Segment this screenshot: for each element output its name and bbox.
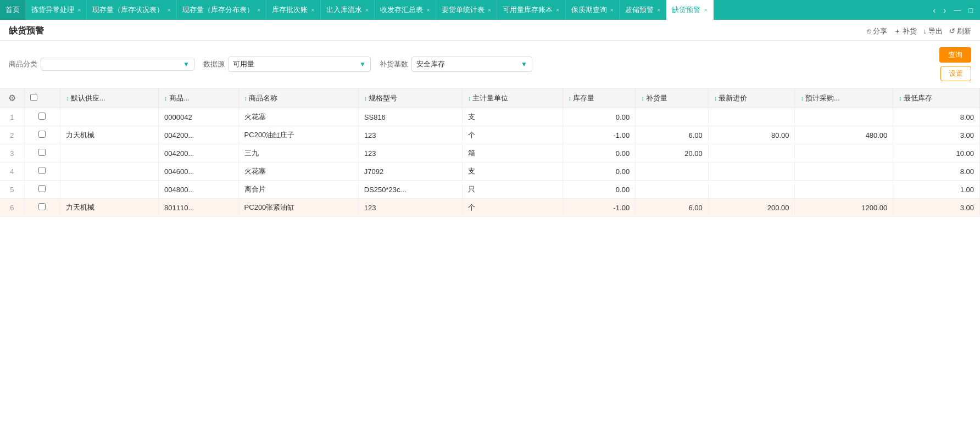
col-header-min_stock[interactable]: ↕最低库存 xyxy=(893,88,980,108)
nav-item[interactable]: 现存量（库存分布表）× xyxy=(177,0,266,20)
row-checkbox[interactable] xyxy=(38,203,46,210)
cell-stock: 0.00 xyxy=(563,163,636,181)
row-checkbox-cell[interactable] xyxy=(24,163,60,181)
col-header-stock[interactable]: ↕库存量 xyxy=(563,88,636,108)
cell-supplier: 力天机械 xyxy=(60,126,159,144)
nav-item[interactable]: 库存批次账× xyxy=(266,0,320,20)
close-icon[interactable]: × xyxy=(77,7,81,13)
close-icon[interactable]: × xyxy=(610,7,614,13)
cell-stock: 0.00 xyxy=(563,144,636,163)
nav-item[interactable]: 首页 xyxy=(0,0,26,20)
share-button[interactable]: ⎋ 分享 xyxy=(867,26,887,36)
nav-minimize-button[interactable]: — xyxy=(951,5,964,15)
cell-est_purchase: 480.00 xyxy=(795,126,893,144)
nav-item[interactable]: 要货单统计表× xyxy=(436,0,497,20)
cell-replenish xyxy=(636,163,709,181)
row-checkbox-cell[interactable] xyxy=(24,126,60,144)
column-settings-button[interactable]: ⚙ xyxy=(8,93,16,103)
select-all-checkbox[interactable] xyxy=(30,94,37,101)
export-icon: ↓ xyxy=(923,27,927,35)
nav-item[interactable]: 收发存汇总表× xyxy=(375,0,436,20)
nav-next-button[interactable]: › xyxy=(940,4,949,16)
cell-name: 火花塞 xyxy=(238,108,358,126)
cell-spec: 123 xyxy=(358,199,462,217)
close-icon[interactable]: × xyxy=(426,7,430,13)
cell-spec: J7092 xyxy=(358,163,462,181)
row-number: 1 xyxy=(0,108,24,126)
cell-spec: 123 xyxy=(358,144,462,163)
nav-prev-button[interactable]: ‹ xyxy=(930,4,938,16)
col-header-code[interactable]: ↕商品... xyxy=(159,88,239,108)
nav-item[interactable]: 超储预警× xyxy=(620,0,666,20)
col-header-replenish[interactable]: ↕补货量 xyxy=(636,88,709,108)
cell-unit: 个 xyxy=(462,126,563,144)
datasource-select[interactable]: 可用量 ▼ xyxy=(228,57,371,72)
row-checkbox-cell[interactable] xyxy=(24,108,60,126)
page-header: 缺货预警 ⎋ 分享 ＋ 补货 ↓ 导出 ↺ 刷新 xyxy=(0,20,980,41)
query-button[interactable]: 查询 xyxy=(939,47,971,63)
settings-button[interactable]: 设置 xyxy=(940,66,971,81)
cell-latest_price xyxy=(708,108,795,126)
row-checkbox[interactable] xyxy=(38,185,46,192)
refresh-button[interactable]: ↺ 刷新 xyxy=(949,26,971,36)
col-header-est_purchase[interactable]: ↕预计采购... xyxy=(795,88,893,108)
cell-est_purchase xyxy=(795,108,893,126)
table-row: 2力天机械004200...PC200油缸庄子123个-1.006.0080.0… xyxy=(0,126,980,144)
col-header-spec[interactable]: ↕规格型号 xyxy=(358,88,462,108)
cell-est_purchase: 1200.00 xyxy=(795,199,893,217)
datasource-label: 数据源 xyxy=(203,59,225,69)
sort-icon: ↕ xyxy=(364,95,368,102)
close-icon[interactable]: × xyxy=(257,7,260,13)
row-checkbox[interactable] xyxy=(38,113,46,120)
cell-min_stock: 3.00 xyxy=(893,126,980,144)
row-checkbox-cell[interactable] xyxy=(24,199,60,217)
page-title: 缺货预警 xyxy=(9,25,44,37)
row-checkbox-cell[interactable] xyxy=(24,144,60,163)
cell-name: PC200张紧油缸 xyxy=(238,199,358,217)
close-icon[interactable]: × xyxy=(704,7,707,13)
table-row: 4004600...火花塞J7092支0.008.00 xyxy=(0,163,980,181)
nav-item[interactable]: 现存量（库存状况表）× xyxy=(87,0,176,20)
replenish-base-dropdown-icon: ▼ xyxy=(521,60,527,68)
cell-replenish xyxy=(636,181,709,199)
close-icon[interactable]: × xyxy=(311,7,314,13)
data-table: ⚙↕默认供应...↕商品...↕商品名称↕规格型号↕主计量单位↕库存量↕补货量↕… xyxy=(0,88,980,217)
close-icon[interactable]: × xyxy=(167,7,170,13)
replenish-base-select[interactable]: 安全库存 ▼ xyxy=(411,57,532,72)
nav-maximize-button[interactable]: □ xyxy=(966,5,976,15)
close-icon[interactable]: × xyxy=(657,7,660,13)
nav-item[interactable]: 保质期查询× xyxy=(566,0,620,20)
cell-unit: 只 xyxy=(462,181,563,199)
table-row: 3004200...三九123箱0.0020.0010.00 xyxy=(0,144,980,163)
nav-item[interactable]: 出入库流水× xyxy=(321,0,375,20)
sort-icon: ↕ xyxy=(714,95,717,102)
nav-item[interactable]: 缺货预警× xyxy=(666,0,713,20)
col-header-supplier[interactable]: ↕默认供应... xyxy=(60,88,159,108)
row-checkbox[interactable] xyxy=(38,131,46,138)
cell-name: 三九 xyxy=(238,144,358,163)
col-header-name[interactable]: ↕商品名称 xyxy=(238,88,358,108)
nav-item[interactable]: 可用量库存账本× xyxy=(497,0,565,20)
category-select[interactable]: ▼ xyxy=(41,58,194,71)
col-header-latest_price[interactable]: ↕最新进价 xyxy=(708,88,795,108)
filter-right-buttons: 查询 设置 xyxy=(939,47,971,81)
export-button[interactable]: ↓ 导出 xyxy=(923,26,943,36)
row-checkbox[interactable] xyxy=(38,167,46,174)
row-checkbox-cell[interactable] xyxy=(24,181,60,199)
row-checkbox[interactable] xyxy=(38,149,46,156)
replenish-button[interactable]: ＋ 补货 xyxy=(894,26,917,36)
col-header-unit[interactable]: ↕主计量单位 xyxy=(462,88,563,108)
close-icon[interactable]: × xyxy=(488,7,491,13)
cell-latest_price: 200.00 xyxy=(708,199,795,217)
sort-icon: ↕ xyxy=(468,95,471,102)
nav-item[interactable]: 拣货异常处理× xyxy=(26,0,87,20)
cell-code: 004800... xyxy=(159,181,239,199)
close-icon[interactable]: × xyxy=(365,7,369,13)
cell-replenish xyxy=(636,108,709,126)
cell-est_purchase xyxy=(795,144,893,163)
cell-min_stock: 8.00 xyxy=(893,163,980,181)
cell-stock: 0.00 xyxy=(563,108,636,126)
row-number: 3 xyxy=(0,144,24,163)
table-row: 10000042火花塞SS816支0.008.00 xyxy=(0,108,980,126)
close-icon[interactable]: × xyxy=(556,7,559,13)
